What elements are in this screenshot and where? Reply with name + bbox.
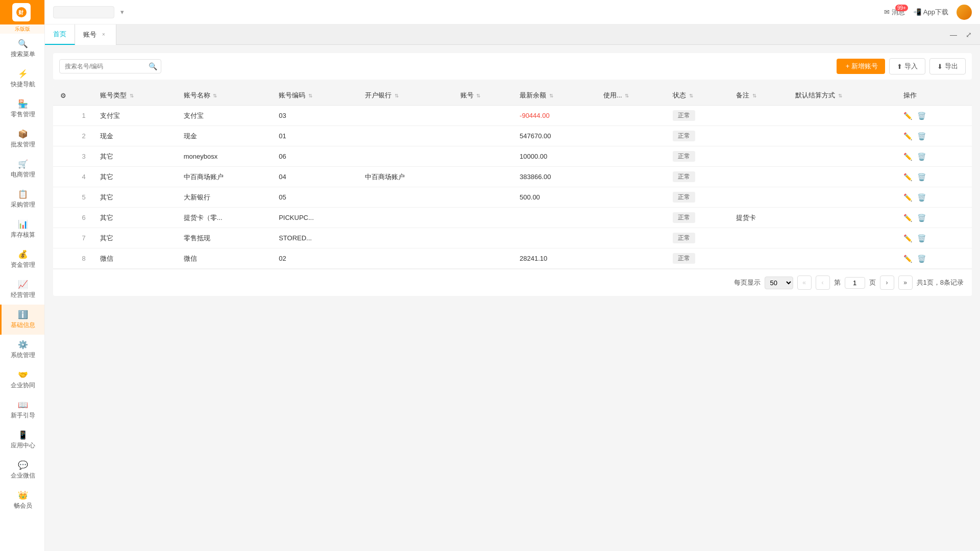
- accounts-table: ⚙ 账号类型 ⇅ 账号名称 ⇅ 账号编码 ⇅: [53, 86, 972, 269]
- table-header-bank[interactable]: 开户银行 ⇅: [359, 86, 454, 106]
- row-bank-4: [359, 187, 454, 208]
- export-button[interactable]: ⬇ 导出: [929, 58, 966, 74]
- delete-icon-1[interactable]: 🗑️: [917, 132, 926, 140]
- table-row: 2 现金 现金 01 547670.00 正常 ✏️ 🗑️: [53, 126, 972, 146]
- sidebar-item-label: 企业协同: [11, 381, 35, 390]
- delete-icon-3[interactable]: 🗑️: [917, 173, 926, 181]
- tab-maximize-button[interactable]: ⤢: [962, 28, 976, 42]
- settings-gear-icon[interactable]: ⚙: [60, 92, 66, 99]
- edit-icon-5[interactable]: ✏️: [903, 214, 912, 222]
- table-header-balance[interactable]: 最新余额 ⇅: [513, 86, 597, 106]
- sidebar-item-quick-nav[interactable]: ⚡ 快捷导航: [0, 64, 44, 94]
- row-code-6: STORED...: [273, 228, 359, 248]
- sidebar-item-new-guide[interactable]: 📖 新手引导: [0, 395, 44, 425]
- tab-account[interactable]: 账号 ×: [75, 24, 116, 45]
- row-account-1: [454, 126, 513, 146]
- row-balance-2: 10000.00: [513, 146, 597, 167]
- last-page-button[interactable]: »: [898, 276, 913, 290]
- table-row: 6 其它 提货卡（零... PICKUPC... 正常 提货卡 ✏️ 🗑️: [53, 208, 972, 228]
- first-page-button[interactable]: «: [797, 276, 812, 290]
- edit-icon-3[interactable]: ✏️: [903, 173, 912, 181]
- table-header-notes[interactable]: 备注 ⇅: [730, 86, 789, 106]
- table-header-type[interactable]: 账号类型 ⇅: [94, 86, 178, 106]
- delete-icon-7[interactable]: 🗑️: [917, 255, 926, 263]
- enterprise-wechat-icon: 💬: [18, 460, 28, 470]
- sidebar-item-enterprise-wechat[interactable]: 💬 企业微信: [0, 455, 44, 485]
- page-number-input[interactable]: [845, 277, 865, 289]
- delete-icon-4[interactable]: 🗑️: [917, 193, 926, 202]
- global-search-input[interactable]: [53, 6, 114, 18]
- user-avatar[interactable]: [957, 5, 972, 20]
- edit-icon-1[interactable]: ✏️: [903, 132, 912, 140]
- quick-nav-icon: ⚡: [18, 69, 28, 79]
- toolbar: 🔍 + 新增账号 ⬆ 导入 ⬇ 导出: [53, 53, 972, 80]
- sidebar-item-search-menu[interactable]: 🔍 搜索菜单: [0, 34, 44, 64]
- next-page-button[interactable]: ›: [880, 276, 894, 290]
- dropdown-arrow-icon[interactable]: ▾: [120, 8, 124, 16]
- sidebar-item-basic-info[interactable]: ℹ️ 基础信息: [0, 305, 44, 335]
- edit-icon-6[interactable]: ✏️: [903, 234, 912, 242]
- table-header-name[interactable]: 账号名称 ⇅: [178, 86, 273, 106]
- delete-icon-5[interactable]: 🗑️: [917, 214, 926, 222]
- ecommerce-icon: 🛒: [18, 159, 28, 169]
- row-account-2: [454, 146, 513, 167]
- total-label: 共1页，8条记录: [917, 278, 964, 287]
- table-header-account[interactable]: 账号 ⇅: [454, 86, 513, 106]
- delete-icon-2[interactable]: 🗑️: [917, 153, 926, 161]
- row-name-4: 大新银行: [178, 187, 273, 208]
- table-header-actions: 操作: [897, 86, 972, 106]
- row-notes-6: [730, 228, 789, 248]
- finance-icon: 💰: [18, 249, 28, 259]
- row-settings-5: [53, 208, 74, 228]
- edit-icon-7[interactable]: ✏️: [903, 255, 912, 263]
- sidebar-item-operation-mgmt[interactable]: 📈 经营管理: [0, 274, 44, 305]
- sidebar-item-label: 企业微信: [11, 471, 35, 480]
- sidebar-item-purchase-mgmt[interactable]: 📋 采购管理: [0, 184, 44, 214]
- sidebar-item-member[interactable]: 👑 畅会员: [0, 485, 44, 515]
- row-balance-4: 500.00: [513, 187, 597, 208]
- row-code-3: 04: [273, 167, 359, 187]
- row-code-5: PICKUPC...: [273, 208, 359, 228]
- import-button[interactable]: ⬆ 导入: [889, 58, 925, 74]
- row-name-6: 零售抵现: [178, 228, 273, 248]
- row-name-7: 微信: [178, 248, 273, 269]
- row-type-6: 其它: [94, 228, 178, 248]
- table-header-payment[interactable]: 默认结算方式 ⇅: [789, 86, 897, 106]
- edit-icon-4[interactable]: ✏️: [903, 193, 912, 202]
- sidebar-item-inventory[interactable]: 📊 库存核算: [0, 214, 44, 244]
- page-size-select[interactable]: 50 20 100: [765, 277, 793, 289]
- tab-minimize-button[interactable]: —: [946, 28, 961, 42]
- row-notes-5: 提货卡: [730, 208, 789, 228]
- table-header-status[interactable]: 状态 ⇅: [667, 86, 730, 106]
- retail-mgmt-icon: 🏪: [18, 99, 28, 109]
- app-download-label: App下载: [923, 8, 948, 17]
- row-status-4: 正常: [667, 187, 730, 208]
- search-icon[interactable]: 🔍: [149, 62, 157, 70]
- sidebar-item-enterprise-agreement[interactable]: 🤝 企业协同: [0, 365, 44, 395]
- table-header-code[interactable]: 账号编码 ⇅: [273, 86, 359, 106]
- app-download-button[interactable]: 📲 App下载: [913, 8, 948, 17]
- row-payment-0: [789, 106, 897, 126]
- account-search-input[interactable]: [59, 59, 161, 73]
- message-button[interactable]: ✉ 消息 99+: [884, 8, 905, 17]
- delete-icon-0[interactable]: 🗑️: [917, 112, 926, 120]
- sidebar-item-system-mgmt[interactable]: ⚙️ 系统管理: [0, 335, 44, 365]
- row-account-7: [454, 248, 513, 269]
- row-type-3: 其它: [94, 167, 178, 187]
- sidebar-item-retail-mgmt[interactable]: 🏪 零售管理: [0, 94, 44, 124]
- add-account-button[interactable]: + 新增账号: [837, 59, 885, 74]
- sidebar-item-app-center[interactable]: 📱 应用中心: [0, 425, 44, 455]
- prev-page-button[interactable]: ‹: [816, 276, 830, 290]
- tab-home[interactable]: 首页: [45, 24, 75, 45]
- sidebar-item-finance-mgmt[interactable]: 💰 资金管理: [0, 244, 44, 274]
- table-header-usage[interactable]: 使用... ⇅: [597, 86, 667, 106]
- tab-close-button[interactable]: ×: [100, 31, 108, 39]
- row-type-1: 现金: [94, 126, 178, 146]
- row-actions-2: ✏️ 🗑️: [897, 146, 972, 167]
- sidebar-item-wholesale-mgmt[interactable]: 📦 批发管理: [0, 124, 44, 154]
- edit-icon-2[interactable]: ✏️: [903, 153, 912, 161]
- delete-icon-6[interactable]: 🗑️: [917, 234, 926, 242]
- sidebar-item-ecommerce-mgmt[interactable]: 🛒 电商管理: [0, 154, 44, 184]
- row-actions-5: ✏️ 🗑️: [897, 208, 972, 228]
- edit-icon-0[interactable]: ✏️: [903, 112, 912, 120]
